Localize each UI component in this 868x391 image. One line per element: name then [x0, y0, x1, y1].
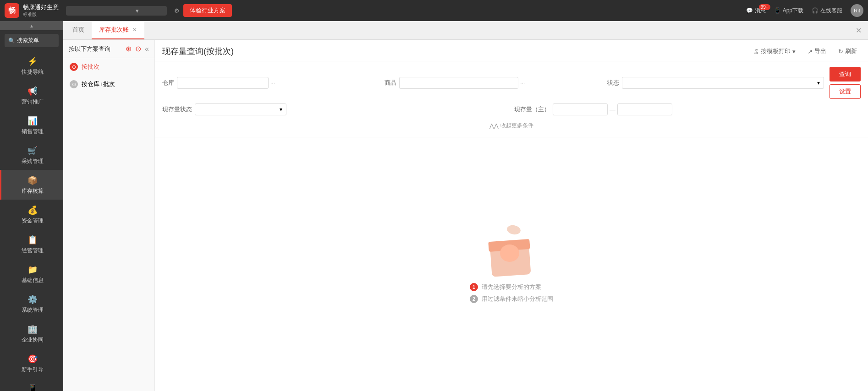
top-bar-right: 💬 消息 99+ 📱 App下载 🎧 在线客服 Rit — [746, 4, 863, 17]
inventory-icon: 📦 — [27, 175, 38, 185]
add-filter-icon[interactable]: ⊕ — [126, 44, 132, 53]
warehouse-more-button[interactable]: ··· — [270, 80, 275, 86]
stock-main-from-input[interactable] — [553, 103, 608, 115]
search-icon: 🔍 — [8, 38, 15, 44]
filter-conditions: 仓库 ··· 商品 ··· 状态 — [155, 61, 868, 137]
status-field: 状态 ▾ — [607, 77, 824, 89]
filter-row-1: 仓库 ··· 商品 ··· 状态 — [162, 67, 861, 99]
sidebar-item-newcomer[interactable]: 🎯 新手引导 — [0, 348, 63, 378]
filter-warehouse-batch-icon: ⊙ — [70, 80, 78, 88]
product-more-button[interactable]: ··· — [520, 80, 525, 86]
stock-status-field: 现存量状态 ▾ — [162, 103, 509, 115]
sidebar: ▲ 🔍 搜索菜单 ⚡ 快捷导航 📢 营销推广 📊 销售管理 🛒 采购管理 📦 库… — [0, 21, 63, 391]
page-content: 按以下方案查询 ⊕ ⊙ « ⊙ 按批次 ⊙ 按仓库+批次 — [63, 40, 868, 391]
sidebar-item-search[interactable]: 🔍 搜索菜单 — [5, 34, 59, 47]
refresh-button[interactable]: ↻ 刷新 — [835, 45, 861, 57]
sidebar-item-finance[interactable]: 💰 资金管理 — [0, 200, 63, 229]
tab-close-all-button[interactable]: ✕ — [851, 22, 866, 38]
filter-header-actions: ⊕ ⊙ « — [126, 44, 149, 53]
main-layout: ▲ 🔍 搜索菜单 ⚡ 快捷导航 📢 营销推广 📊 销售管理 🛒 采购管理 📦 库… — [0, 21, 868, 391]
edition-label: 标准版 — [23, 11, 56, 18]
box-face — [500, 244, 519, 262]
newcomer-icon: 🎯 — [27, 354, 38, 364]
basic-icon: 📁 — [27, 265, 38, 275]
sidebar-item-basic[interactable]: 📁 基础信息 — [0, 259, 63, 289]
query-button[interactable]: 查询 — [830, 67, 861, 81]
filter-panel: 按以下方案查询 ⊕ ⊙ « ⊙ 按批次 ⊙ 按仓库+批次 — [63, 40, 155, 391]
operation-icon: 📋 — [27, 235, 38, 245]
sidebar-item-inventory[interactable]: 📦 库存核算 — [0, 170, 63, 200]
collapse-icon: ⋀⋀ — [489, 123, 499, 129]
sidebar-item-purchase[interactable]: 🛒 采购管理 — [0, 140, 63, 170]
print-icon: 🖨 — [753, 48, 759, 55]
settings-button[interactable]: 设置 — [830, 84, 861, 99]
search-chevron-icon[interactable]: ▾ — [136, 7, 139, 14]
avatar: Rit — [851, 4, 863, 17]
sidebar-item-marketing[interactable]: 📢 营销推广 — [0, 81, 63, 110]
collapse-conditions-button[interactable]: ⋀⋀ 收起更多条件 — [162, 120, 861, 131]
empty-hint-1: 1 请先选择要分析的方案 — [470, 283, 553, 291]
trial-button[interactable]: 体验行业方案 — [183, 4, 232, 17]
sidebar-item-sales[interactable]: 📊 销售管理 — [0, 110, 63, 140]
empty-hints: 1 请先选择要分析的方案 2 用过滤条件来缩小分析范围 — [470, 283, 553, 303]
tab-home[interactable]: 首页 — [65, 21, 92, 39]
sidebar-item-operation[interactable]: 📋 经营管理 — [0, 229, 63, 259]
product-input[interactable] — [399, 77, 518, 89]
warehouse-input[interactable] — [177, 77, 269, 89]
status-select[interactable]: ▾ — [622, 77, 824, 89]
app-download-button[interactable]: 📱 App下载 — [774, 7, 803, 15]
warehouse-field: 仓库 ··· — [162, 77, 379, 89]
headset-icon: 🎧 — [812, 7, 819, 14]
empty-hint-2: 2 用过滤条件来缩小分析范围 — [470, 295, 553, 303]
message-icon: 💬 — [746, 7, 753, 14]
online-service-button[interactable]: 🎧 在线客服 — [812, 7, 842, 15]
phone-icon: 📱 — [774, 7, 781, 14]
enterprise-icon: 🏢 — [27, 324, 38, 334]
marketing-icon: 📢 — [27, 86, 38, 96]
search-input[interactable] — [70, 7, 134, 14]
settings-gear-icon[interactable]: ⚙ — [174, 7, 180, 14]
collapse-filter-icon[interactable]: « — [145, 45, 149, 53]
company-name: 畅康通好生意 — [23, 3, 59, 11]
app-logo: 畅 — [5, 3, 19, 18]
purchase-icon: 🛒 — [27, 146, 38, 156]
sidebar-scroll-up[interactable]: ▲ — [0, 21, 63, 30]
message-badge: 99+ — [759, 4, 770, 10]
empty-illustration — [484, 225, 539, 276]
sidebar-item-system[interactable]: ⚙️ 系统管理 — [0, 289, 63, 319]
status-chevron-icon: ▾ — [817, 80, 820, 86]
tab-bar: 首页 库存批次账 ✕ ✕ — [63, 21, 868, 40]
query-area: 现存量查询(按批次) 🖨 按模板打印 ▾ ↗ 导出 ↻ — [155, 40, 868, 391]
print-chevron-icon: ▾ — [792, 48, 796, 55]
refresh-icon: ↻ — [838, 48, 843, 55]
tab-close-icon[interactable]: ✕ — [132, 27, 137, 33]
stock-status-select[interactable]: ▾ — [195, 103, 286, 115]
page-title-bar: 现存量查询(按批次) 🖨 按模板打印 ▾ ↗ 导出 ↻ — [155, 40, 868, 61]
export-button[interactable]: ↗ 导出 — [804, 45, 830, 57]
empty-state: 1 请先选择要分析的方案 2 用过滤条件来缩小分析范围 — [155, 137, 868, 391]
box-ear — [506, 224, 521, 236]
filter-item-by-warehouse-batch[interactable]: ⊙ 按仓库+批次 — [63, 76, 154, 93]
title-actions: 🖨 按模板打印 ▾ ↗ 导出 ↻ 刷新 — [749, 45, 861, 57]
sidebar-item-quick-nav[interactable]: ⚡ 快捷导航 — [0, 51, 63, 81]
apps-icon: 📱 — [27, 384, 38, 391]
search-area[interactable]: ▾ — [66, 6, 167, 16]
filter-item-by-batch[interactable]: ⊙ 按批次 — [63, 58, 154, 76]
print-template-button[interactable]: 🖨 按模板打印 ▾ — [749, 45, 799, 57]
settings-filter-icon[interactable]: ⊙ — [135, 44, 141, 53]
stock-status-chevron-icon: ▾ — [280, 106, 282, 113]
system-icon: ⚙️ — [27, 294, 38, 304]
filter-header: 按以下方案查询 ⊕ ⊙ « — [63, 40, 154, 58]
export-icon: ↗ — [808, 48, 813, 55]
message-button[interactable]: 💬 消息 99+ — [746, 7, 766, 15]
user-avatar-button[interactable]: Rit — [851, 4, 863, 17]
sidebar-item-apps[interactable]: 📱 应用中心 — [0, 378, 63, 391]
sidebar-item-enterprise[interactable]: 🏢 企业协同 — [0, 319, 63, 348]
finance-icon: 💰 — [27, 205, 38, 215]
page-title: 现存量查询(按批次) — [162, 46, 234, 57]
tab-inventory-batch[interactable]: 库存批次账 ✕ — [92, 21, 144, 39]
stock-main-to-input[interactable] — [617, 103, 672, 115]
stock-main-field: 现存量（主） — — [514, 103, 861, 115]
top-bar: 畅 畅康通好生意 标准版 ▾ ⚙ 体验行业方案 💬 消息 99+ 📱 App下载… — [0, 0, 868, 21]
quick-nav-icon: ⚡ — [27, 56, 38, 66]
